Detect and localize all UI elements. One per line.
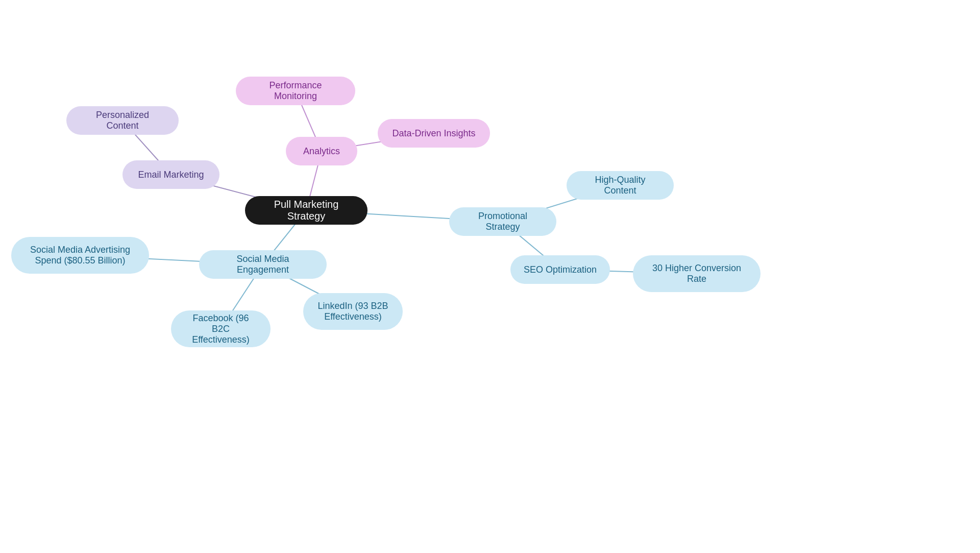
center-node: Pull Marketing Strategy — [245, 196, 368, 225]
high-quality-content-node: High-Quality Content — [567, 171, 674, 200]
analytics-node: Analytics — [286, 137, 357, 165]
linkedin-node: LinkedIn (93 B2B Effectiveness) — [303, 293, 403, 330]
promotional-strategy-node: Promotional Strategy — [449, 207, 556, 236]
seo-optimization-node: SEO Optimization — [510, 255, 610, 284]
performance-monitoring-node: Performance Monitoring — [236, 77, 355, 105]
data-driven-insights-node: Data-Driven Insights — [378, 119, 490, 148]
personalized-content-node: Personalized Content — [66, 106, 179, 135]
higher-conversion-node: 30 Higher Conversion Rate — [633, 255, 761, 292]
email-marketing-node: Email Marketing — [122, 160, 219, 189]
social-media-engagement-node: Social Media Engagement — [199, 250, 327, 279]
social-media-advertising-node: Social Media Advertising Spend ($80.55 B… — [11, 237, 149, 274]
facebook-node: Facebook (96 B2C Effectiveness) — [171, 310, 271, 347]
